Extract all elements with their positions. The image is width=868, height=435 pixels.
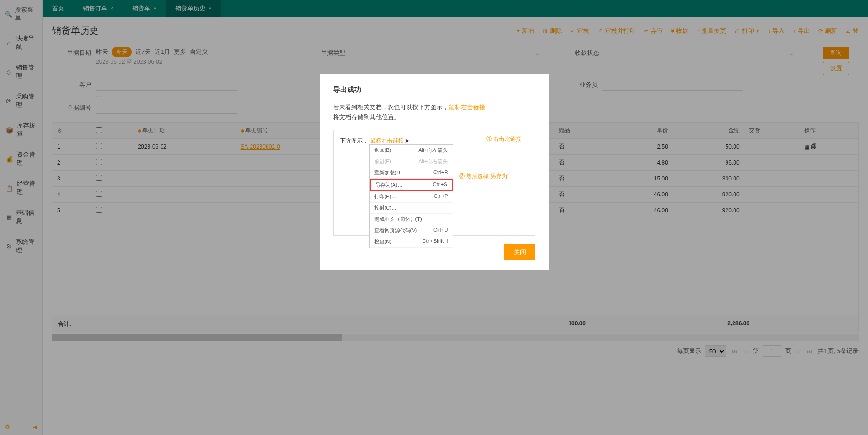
- ctx-item: 检查(N)Ctrl+Shift+I: [370, 236, 453, 248]
- modal-line2: 将文档存储到其他位置。: [333, 112, 535, 122]
- illus-prefix: 下方图示，: [340, 137, 368, 145]
- illus-bubble1: ① 右击此链接: [486, 135, 521, 143]
- modal-right-click-link[interactable]: 鼠标右击链接: [449, 104, 485, 111]
- ctx-item: 翻成中文（简体）(T): [370, 214, 453, 225]
- illus-link: 鼠标右击链接: [370, 137, 404, 145]
- illus-bubble2: ② 然后选择"另存为": [459, 172, 510, 180]
- ctx-item: 打印(P)…Ctrl+P: [370, 191, 453, 202]
- modal-overlay: 导出成功 若未看到相关文档，您也可以按下方图示，鼠标右击链接 将文档存储到其他位…: [0, 0, 868, 435]
- ctx-item: 返回(B)Alt+向左箭头: [370, 145, 453, 156]
- ctx-item: 投射(C)…: [370, 202, 453, 214]
- ctx-item: 查看网页源代码(V)Ctrl+U: [370, 225, 453, 236]
- modal-illustration: 下方图示， 鼠标右击链接 ➤ ① 右击此链接 返回(B)Alt+向左箭头前进(F…: [333, 130, 535, 236]
- context-menu-illustration: 返回(B)Alt+向左箭头前进(F)Alt+向右箭头重新加载(R)Ctrl+R另…: [369, 144, 453, 248]
- modal-line1a: 若未看到相关文档，您也可以按下方图示，: [333, 104, 449, 111]
- close-button[interactable]: 关闭: [504, 244, 535, 260]
- cursor-icon: ➤: [405, 137, 409, 144]
- ctx-item: 重新加载(R)Ctrl+R: [370, 167, 453, 179]
- ctx-item: 前进(F)Alt+向右箭头: [370, 156, 453, 167]
- modal-title: 导出成功: [333, 85, 535, 94]
- export-success-modal: 导出成功 若未看到相关文档，您也可以按下方图示，鼠标右击链接 将文档存储到其他位…: [320, 74, 549, 270]
- ctx-item: 另存为(A)…Ctrl+S: [370, 179, 453, 191]
